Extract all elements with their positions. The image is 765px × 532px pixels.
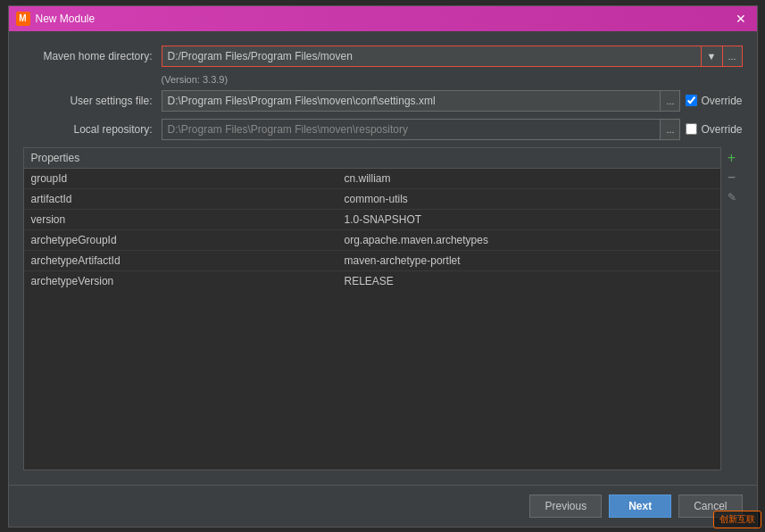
prop-key: artifactId — [24, 188, 337, 209]
watermark: 创新互联 — [713, 511, 761, 528]
dialog-footer: Previous Next Cancel — [9, 485, 757, 527]
maven-home-input-group: ▼ ... — [162, 46, 743, 67]
local-repo-label: Local repository: — [23, 123, 162, 136]
override2-label: Override — [701, 123, 742, 136]
properties-side-buttons: + − ✎ — [721, 147, 743, 470]
override1-container: Override — [686, 95, 742, 107]
previous-button[interactable]: Previous — [529, 495, 602, 518]
prop-value: cn.william — [337, 169, 720, 189]
close-button[interactable]: ✕ — [732, 12, 750, 25]
app-icon: M — [16, 12, 30, 26]
maven-home-ellipsis-button[interactable]: ... — [723, 46, 743, 67]
edit-property-button[interactable]: ✎ — [723, 188, 741, 206]
maven-version-text: (Version: 3.3.9) — [162, 74, 743, 85]
properties-section-container: Properties groupId cn.william artifactId… — [23, 147, 743, 470]
prop-key: archetypeArtifactId — [24, 250, 337, 270]
table-row: version 1.0-SNAPSHOT — [24, 209, 720, 229]
prop-value: 1.0-SNAPSHOT — [337, 209, 720, 229]
prop-value: org.apache.maven.archetypes — [337, 229, 720, 250]
table-row: groupId cn.william — [24, 169, 720, 189]
properties-table-container: groupId cn.william artifactId common-uti… — [24, 169, 720, 470]
maven-home-dropdown-button[interactable]: ▼ — [702, 46, 723, 67]
dialog-title: New Module — [36, 12, 96, 25]
table-row: artifactId common-utils — [24, 188, 720, 209]
maven-home-label: Maven home directory: — [23, 50, 162, 62]
properties-header: Properties — [24, 148, 720, 169]
properties-wrapper: Properties groupId cn.william artifactId… — [23, 147, 721, 470]
properties-empty-area — [24, 291, 720, 470]
title-bar-left: M New Module — [16, 12, 96, 26]
table-row: archetypeVersion RELEASE — [24, 270, 720, 291]
properties-table: groupId cn.william artifactId common-uti… — [24, 169, 720, 291]
prop-key: groupId — [24, 169, 337, 189]
title-bar: M New Module ✕ — [9, 6, 757, 31]
user-settings-label: User settings file: — [23, 95, 162, 107]
prop-value: maven-archetype-portlet — [337, 250, 720, 270]
next-button[interactable]: Next — [609, 495, 671, 518]
local-repo-ellipsis-button[interactable]: ... — [661, 119, 680, 140]
prop-key: archetypeVersion — [24, 270, 337, 291]
user-settings-input[interactable] — [162, 90, 661, 112]
user-settings-input-group: ... Override — [162, 90, 743, 112]
prop-value: RELEASE — [337, 270, 720, 291]
override1-label: Override — [701, 95, 742, 107]
prop-key: version — [24, 209, 337, 229]
prop-key: archetypeGroupId — [24, 229, 337, 250]
user-settings-row: User settings file: ... Override — [23, 90, 743, 112]
maven-home-input[interactable] — [162, 46, 702, 67]
local-repo-row: Local repository: ... Override — [23, 119, 743, 140]
override2-checkbox[interactable] — [686, 123, 697, 135]
dialog-body: Maven home directory: ▼ ... (Version: 3.… — [9, 31, 757, 485]
new-module-dialog: M New Module ✕ Maven home directory: ▼ .… — [8, 5, 758, 528]
maven-home-row: Maven home directory: ▼ ... — [23, 46, 743, 67]
add-property-button[interactable]: + — [723, 149, 741, 167]
prop-value: common-utils — [337, 188, 720, 209]
user-settings-ellipsis-button[interactable]: ... — [661, 90, 680, 112]
local-repo-input[interactable] — [162, 119, 661, 140]
local-repo-input-group: ... Override — [162, 119, 743, 140]
override1-checkbox[interactable] — [686, 95, 697, 106]
override2-container: Override — [686, 123, 742, 136]
table-row: archetypeGroupId org.apache.maven.archet… — [24, 229, 720, 250]
remove-property-button[interactable]: − — [723, 169, 741, 187]
table-row: archetypeArtifactId maven-archetype-port… — [24, 250, 720, 270]
